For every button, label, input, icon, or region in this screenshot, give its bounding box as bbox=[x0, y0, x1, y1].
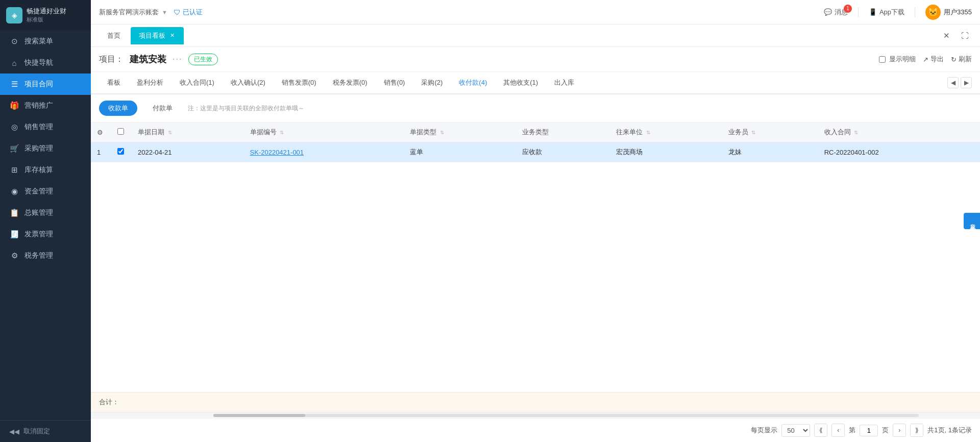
app-download-button[interactable]: 📱 App下载 bbox=[869, 8, 904, 17]
sub-tab-profit[interactable]: 盈利分析 bbox=[129, 72, 172, 94]
window-maximize-button[interactable]: ⛶ bbox=[958, 29, 972, 43]
user-avatar: 🐱 bbox=[925, 5, 941, 20]
sidebar-header: ◈ 畅捷通好业财 标准版 bbox=[0, 0, 91, 31]
sub-tabs-prev[interactable]: ◀ bbox=[947, 77, 959, 88]
tab-close-icon[interactable]: ✕ bbox=[168, 32, 176, 39]
account-selector[interactable]: 新服务官网演示账套 ▼ bbox=[99, 8, 167, 17]
export-icon: ↗ bbox=[923, 56, 928, 63]
unpin-icon: ◀◀ bbox=[9, 428, 19, 435]
th-settings[interactable]: ⚙ bbox=[91, 122, 111, 142]
sub-tabs-next[interactable]: ▶ bbox=[961, 77, 972, 88]
page-size-label: 每页显示 bbox=[751, 426, 777, 435]
message-button[interactable]: 💬 消息 1 bbox=[824, 8, 848, 17]
document-number-link[interactable]: SK-20220421-001 bbox=[250, 149, 304, 156]
cell-partner: 宏茂商场 bbox=[610, 142, 722, 162]
payment-filter-button[interactable]: 付款单 bbox=[143, 101, 182, 116]
cell-salesperson: 龙妹 bbox=[722, 142, 818, 162]
show-detail-checkbox[interactable]: 显示明细 bbox=[879, 55, 916, 64]
sidebar-item-marketing-label: 营销推广 bbox=[24, 101, 53, 110]
topbar-actions: 💬 消息 1 📱 App下载 🐱 用户3355 bbox=[824, 5, 972, 20]
scrollbar-thumb[interactable] bbox=[213, 414, 305, 417]
project-title: 建筑安装 bbox=[130, 53, 166, 65]
receipt-filter-button[interactable]: 收款单 bbox=[99, 101, 137, 116]
sales-icon: ◎ bbox=[9, 122, 19, 132]
th-checkbox[interactable] bbox=[111, 122, 132, 142]
sidebar-item-sales[interactable]: ◎ 销售管理 bbox=[0, 116, 91, 138]
sub-tab-purchase[interactable]: 采购(2) bbox=[413, 72, 451, 94]
sub-tab-kanban-label: 看板 bbox=[107, 79, 120, 86]
sub-tab-receipt[interactable]: 收付款(4) bbox=[451, 72, 495, 94]
refresh-button[interactable]: ↻ 刷新 bbox=[951, 55, 972, 64]
sidebar-item-contract[interactable]: ☰ 项目合同 bbox=[0, 73, 91, 95]
tab-project-board[interactable]: 项目看板 ✕ bbox=[131, 27, 184, 44]
sub-tab-other-expense[interactable]: 其他收支(1) bbox=[495, 72, 546, 94]
sub-tab-kanban[interactable]: 看板 bbox=[99, 72, 129, 94]
sidebar-item-purchase-label: 采购管理 bbox=[24, 144, 53, 153]
tab-home[interactable]: 首页 bbox=[99, 27, 129, 44]
sidebar-item-inventory[interactable]: ⊞ 库存核算 bbox=[0, 159, 91, 181]
feedback-button[interactable]: 意见反馈 bbox=[964, 213, 980, 229]
th-income-contract[interactable]: 收入合同 ⇅ bbox=[818, 122, 980, 142]
sidebar-item-ledger[interactable]: 📋 总账管理 bbox=[0, 202, 91, 224]
first-page-button[interactable]: ⟪ bbox=[814, 424, 827, 437]
sub-tab-sales[interactable]: 销售(0) bbox=[376, 72, 413, 94]
sub-tab-tax-invoice[interactable]: 税务发票(0) bbox=[325, 72, 376, 94]
feedback-label: 意见反馈 bbox=[969, 219, 976, 223]
sidebar-item-tax[interactable]: ⚙ 税务管理 bbox=[0, 245, 91, 266]
sub-tab-sales-invoice[interactable]: 销售发票(0) bbox=[274, 72, 325, 94]
sort-icon-type: ⇅ bbox=[440, 130, 444, 135]
next-page-button[interactable]: › bbox=[893, 424, 906, 437]
sub-tab-income-contract-label: 收入合同(1) bbox=[180, 79, 214, 86]
page-number-input[interactable] bbox=[860, 425, 878, 436]
sidebar-item-marketing[interactable]: 🎁 营销推广 bbox=[0, 95, 91, 116]
table-total: 合计： bbox=[91, 392, 980, 412]
th-type[interactable]: 单据类型 ⇅ bbox=[404, 122, 516, 142]
home-icon: ⌂ bbox=[9, 59, 19, 67]
th-biz-type-label: 业务类型 bbox=[522, 128, 549, 136]
tab-project-board-label: 项目看板 bbox=[139, 31, 165, 40]
project-more-button[interactable]: ··· bbox=[173, 55, 182, 64]
page-size-select[interactable]: 50 100 200 bbox=[781, 424, 810, 437]
th-date[interactable]: 单据日期 ⇅ bbox=[132, 122, 244, 142]
sub-tab-income-confirm[interactable]: 收入确认(2) bbox=[223, 72, 274, 94]
sub-tab-inout[interactable]: 出入库 bbox=[546, 72, 582, 94]
sidebar-item-invoice[interactable]: 🧾 发票管理 bbox=[0, 224, 91, 245]
select-all-checkbox[interactable] bbox=[117, 128, 124, 135]
cell-checkbox[interactable] bbox=[111, 142, 132, 162]
sidebar-item-finance[interactable]: ◉ 资金管理 bbox=[0, 181, 91, 202]
sub-tab-income-contract[interactable]: 收入合同(1) bbox=[172, 72, 223, 94]
th-number[interactable]: 单据编号 ⇅ bbox=[244, 122, 404, 142]
table-row[interactable]: 1 2022-04-21 SK-20220421-001 蓝单 应收款 宏茂商场… bbox=[91, 142, 980, 162]
cell-seq: 1 bbox=[91, 142, 111, 162]
cell-number[interactable]: SK-20220421-001 bbox=[244, 142, 404, 162]
window-close-button[interactable]: ✕ bbox=[939, 29, 953, 43]
row-checkbox[interactable] bbox=[117, 148, 124, 155]
prev-page-button[interactable]: ‹ bbox=[831, 424, 845, 437]
marketing-icon: 🎁 bbox=[9, 101, 19, 110]
page-word2: 页 bbox=[882, 426, 889, 435]
divider2 bbox=[915, 7, 915, 17]
show-detail-input[interactable] bbox=[879, 56, 886, 63]
total-label: 合计： bbox=[99, 398, 119, 406]
show-detail-label: 显示明细 bbox=[889, 55, 916, 64]
th-partner[interactable]: 往来单位 ⇅ bbox=[610, 122, 722, 142]
sidebar-item-ledger-label: 总账管理 bbox=[24, 208, 53, 217]
th-number-label: 单据编号 bbox=[250, 128, 277, 136]
total-pages-label: 共1页, 1条记录 bbox=[927, 426, 972, 435]
sidebar-item-quick[interactable]: ⌂ 快捷导航 bbox=[0, 52, 91, 73]
sub-tab-profit-label: 盈利分析 bbox=[137, 79, 163, 86]
sidebar-item-purchase[interactable]: 🛒 采购管理 bbox=[0, 138, 91, 159]
th-salesperson[interactable]: 业务员 ⇅ bbox=[722, 122, 818, 142]
user-menu[interactable]: 🐱 用户3355 bbox=[925, 5, 972, 20]
account-name: 新服务官网演示账套 bbox=[99, 8, 159, 17]
table-scrollbar[interactable] bbox=[91, 412, 980, 418]
sidebar-item-search[interactable]: ⊙ 搜索菜单 bbox=[0, 31, 91, 52]
contract-icon: ☰ bbox=[9, 80, 19, 89]
logo-icon: ◈ bbox=[12, 11, 17, 19]
export-button[interactable]: ↗ 导出 bbox=[923, 55, 944, 64]
tab-home-label: 首页 bbox=[107, 31, 120, 40]
last-page-button[interactable]: ⟫ bbox=[910, 424, 923, 437]
settings-icon: ⚙ bbox=[97, 129, 103, 136]
sidebar-unpin[interactable]: ◀◀ 取消固定 bbox=[0, 420, 91, 442]
cell-biz-type: 应收款 bbox=[516, 142, 610, 162]
